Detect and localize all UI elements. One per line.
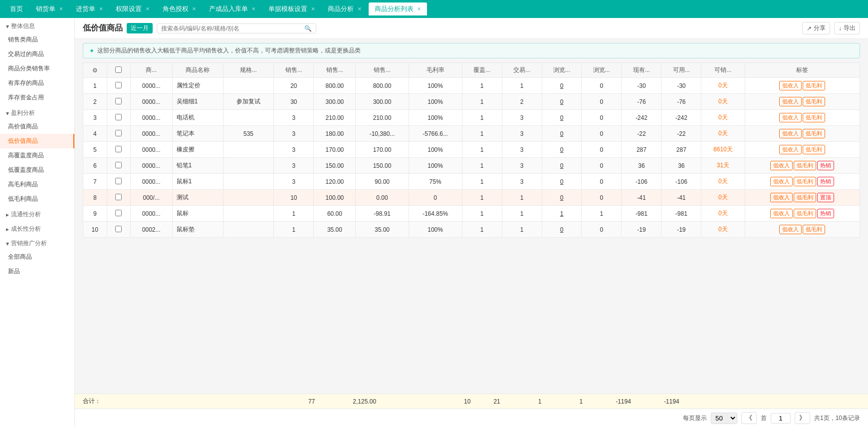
view1-link[interactable]: 1 <box>560 210 564 217</box>
col-spec[interactable]: 规格... <box>223 63 274 78</box>
col-available[interactable]: 可用... <box>661 63 701 78</box>
export-button[interactable]: ↓ 导出 <box>834 22 860 34</box>
sidebar-section-liquidity[interactable]: ▸ 流通性分析 <box>0 206 74 221</box>
nav-close-list[interactable]: × <box>417 5 421 12</box>
row-checkbox[interactable] <box>115 226 122 232</box>
search-input[interactable] <box>161 25 302 32</box>
row-checkbox[interactable] <box>115 98 122 104</box>
nav-close-template[interactable]: × <box>311 5 315 12</box>
sidebar-item-low-coverage[interactable]: 低覆盖度商品 <box>0 163 74 177</box>
col-sales-qty[interactable]: 销售... <box>274 63 314 78</box>
cell-view1[interactable]: 0 <box>542 94 582 110</box>
col-code[interactable]: 商... <box>130 63 172 78</box>
col-sales-amount[interactable]: 销售... <box>356 63 409 78</box>
share-button[interactable]: ↗ 分享 <box>802 22 830 34</box>
nav-role-auth[interactable]: 角色授权 × <box>157 2 202 15</box>
row-checkbox[interactable] <box>115 114 122 120</box>
col-view2[interactable]: 浏览... <box>582 63 622 78</box>
search-box[interactable]: 🔍 <box>157 23 316 33</box>
row-checkbox[interactable] <box>115 130 122 136</box>
view1-link[interactable]: 0 <box>560 194 564 201</box>
period-button[interactable]: 近一月 <box>127 23 153 33</box>
cell-view1[interactable]: 0 <box>542 126 582 142</box>
row-checkbox[interactable] <box>115 82 122 88</box>
nav-close-perm[interactable]: × <box>146 5 150 12</box>
cell-checkbox[interactable] <box>107 190 130 206</box>
sidebar-item-high-value[interactable]: 高价值商品 <box>0 119 74 134</box>
cell-view1[interactable]: 0 <box>542 158 582 174</box>
sidebar-item-low-margin[interactable]: 低毛利商品 <box>0 192 74 206</box>
nav-permission[interactable]: 权限设置 × <box>110 2 155 15</box>
col-name[interactable]: 商品名称 <box>172 63 223 78</box>
cell-checkbox[interactable] <box>107 222 130 238</box>
col-margin[interactable]: 毛利率 <box>409 63 462 78</box>
nav-close-role[interactable]: × <box>192 5 196 12</box>
cell-checkbox[interactable] <box>107 206 130 222</box>
nav-close-warehouse[interactable]: × <box>252 5 256 12</box>
row-checkbox[interactable] <box>115 162 122 168</box>
cell-checkbox[interactable] <box>107 142 130 158</box>
nav-sales-order[interactable]: 销货单 × <box>30 2 69 15</box>
nav-close-sales[interactable]: × <box>59 5 63 12</box>
cell-view1[interactable]: 0 <box>542 110 582 126</box>
view1-link[interactable]: 0 <box>560 82 564 89</box>
nav-close-purchase[interactable]: × <box>99 5 103 12</box>
row-checkbox[interactable] <box>115 194 122 200</box>
select-all-checkbox[interactable] <box>115 66 122 73</box>
row-checkbox[interactable] <box>115 146 122 152</box>
cell-view1[interactable]: 1 <box>542 206 582 222</box>
page-number-input[interactable] <box>771 413 791 424</box>
cell-checkbox[interactable] <box>107 94 130 110</box>
row-checkbox[interactable] <box>115 210 122 216</box>
sidebar-item-traded-product[interactable]: 交易过的商品 <box>0 47 74 61</box>
sidebar-item-category-rate[interactable]: 商品分类销售率 <box>0 61 74 76</box>
sidebar-item-high-margin[interactable]: 高毛利商品 <box>0 177 74 192</box>
sidebar-item-high-coverage[interactable]: 高覆盖度商品 <box>0 148 74 163</box>
sidebar-item-all-products[interactable]: 全部商品 <box>0 250 74 264</box>
row-checkbox[interactable] <box>115 178 122 184</box>
sidebar-item-low-value[interactable]: 低价值商品 <box>0 134 74 148</box>
cell-checkbox[interactable] <box>107 78 130 94</box>
sidebar-section-overall[interactable]: ▾ 整体信息 <box>0 18 74 32</box>
nav-purchase-order[interactable]: 进货单 × <box>70 2 109 15</box>
cell-view1[interactable]: 0 <box>542 78 582 94</box>
nav-close-analysis[interactable]: × <box>358 5 362 12</box>
cell-checkbox[interactable] <box>107 126 130 142</box>
cell-checkbox[interactable] <box>107 110 130 126</box>
last-page-button[interactable]: 》 <box>795 412 810 424</box>
col-trade[interactable]: 交易... <box>502 63 542 78</box>
col-settings[interactable]: ⚙ <box>83 63 107 78</box>
nav-template-setting[interactable]: 单据模板设置 × <box>262 2 321 15</box>
view1-link[interactable]: 0 <box>560 98 564 105</box>
col-coverage[interactable]: 覆盖... <box>462 63 502 78</box>
nav-analysis-list[interactable]: 商品分析列表 × <box>369 2 427 15</box>
col-checkbox[interactable] <box>107 63 130 78</box>
cell-view1[interactable]: 0 <box>542 174 582 190</box>
cell-checkbox[interactable] <box>107 174 130 190</box>
view1-link[interactable]: 0 <box>560 178 564 185</box>
cell-view1[interactable]: 0 <box>542 190 582 206</box>
cell-checkbox[interactable] <box>107 158 130 174</box>
page-size-select[interactable]: 50 100 200 <box>711 413 737 424</box>
view1-link[interactable]: 0 <box>560 162 564 169</box>
col-stock[interactable]: 现有... <box>622 63 661 78</box>
sidebar-item-stock-fund[interactable]: 库存资金占用 <box>0 90 74 105</box>
sidebar-item-sales-product[interactable]: 销售类商品 <box>0 32 74 47</box>
sidebar-section-profit[interactable]: ▾ 盈利分析 <box>0 105 74 119</box>
view1-link[interactable]: 0 <box>560 146 564 153</box>
col-sales-price[interactable]: 销售... <box>314 63 356 78</box>
cell-view1[interactable]: 0 <box>542 222 582 238</box>
col-saleable[interactable]: 可销... <box>701 63 745 78</box>
sidebar-item-stock-product[interactable]: 有库存的商品 <box>0 76 74 90</box>
sidebar-section-growth[interactable]: ▸ 成长性分析 <box>0 221 74 235</box>
nav-product-analysis[interactable]: 商品分析 × <box>322 2 367 15</box>
view1-link[interactable]: 0 <box>560 130 564 137</box>
nav-home[interactable]: 首页 <box>4 2 29 15</box>
cell-view1[interactable]: 0 <box>542 142 582 158</box>
view1-link[interactable]: 0 <box>560 226 564 233</box>
nav-product-warehouse[interactable]: 产成品入库单 × <box>203 2 261 15</box>
col-tags[interactable]: 标签 <box>745 63 860 78</box>
first-page-button[interactable]: 《 <box>741 412 757 424</box>
sidebar-section-marketing[interactable]: ▾ 营销推广分析 <box>0 235 74 250</box>
col-view1[interactable]: 浏览... <box>542 63 582 78</box>
